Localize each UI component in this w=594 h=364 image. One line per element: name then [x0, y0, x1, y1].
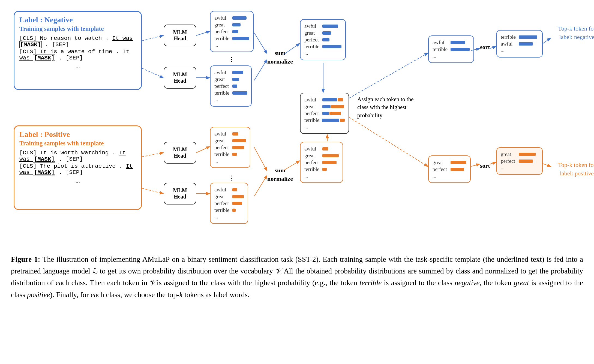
mlm-head-orange-top: MLMHead: [164, 142, 196, 164]
wordlist-blue-topk-pre: awful terrible ...: [428, 35, 474, 63]
mlm-head-orange-bottom: MLMHead: [164, 183, 196, 204]
positive-label-subtitle: Training samples with template: [19, 140, 136, 147]
wordlist-blue-summed: awful great perfect terrible ...: [300, 19, 346, 60]
svg-line-17: [349, 117, 428, 166]
sort-blue: sort: [480, 44, 490, 51]
mlm-head-blue-top: MLMHead: [164, 25, 196, 46]
svg-line-21: [490, 162, 496, 164]
positive-sample-1: [CLS] It is worth watching . It was [MAS…: [19, 150, 136, 162]
svg-line-1: [142, 68, 163, 78]
mlm-head-blue-bottom: MLMHead: [164, 67, 196, 89]
svg-line-7: [142, 153, 163, 157]
negative-label-subtitle: Training samples with template: [19, 25, 136, 32]
wordlist-combined: awful great perfect terrible ...: [300, 93, 349, 134]
topk-label-blue: Top-k token forlabel: negative: [551, 25, 594, 41]
positive-dots: ...: [19, 177, 136, 184]
svg-line-16: [349, 53, 428, 98]
svg-line-19: [490, 46, 496, 49]
wordlist-blue-1: awful great perfect terrible ...: [210, 11, 254, 52]
svg-line-5: [254, 60, 267, 80]
negative-label-box: Label : Negative Training samples with t…: [14, 11, 142, 90]
wordlist-orange-1: awful great perfect terrible ...: [210, 127, 250, 168]
svg-line-12: [254, 176, 267, 196]
wordlist-orange-2: awful great perfect terrible ...: [210, 183, 248, 224]
sum-norm-blue: sumnormalize: [267, 49, 293, 66]
assign-text: Assign each token to the class with the …: [357, 95, 417, 119]
svg-line-23: [543, 164, 550, 166]
positive-sample-2: [CLS] The plot is attractive . It was [M…: [19, 163, 136, 176]
svg-line-9: [196, 147, 209, 153]
negative-sample-2: [CLS] It is a waste of time . It was [MA…: [19, 49, 136, 61]
vdots-orange: ⋮: [229, 175, 235, 182]
negative-dots: ...: [19, 63, 136, 70]
figure-caption: Figure 1: The illustration of implementi…: [11, 254, 583, 301]
svg-line-22: [543, 38, 550, 44]
diagram-area: Label : Negative Training samples with t…: [11, 8, 583, 245]
negative-label-title: Label : Negative: [19, 16, 136, 24]
svg-line-2: [196, 31, 209, 35]
sum-norm-orange: sumnormalize: [267, 166, 293, 183]
wordlist-orange-topk-pre: great perfect ...: [428, 155, 471, 183]
result-box-orange: great perfect ...: [496, 147, 543, 175]
svg-line-4: [254, 33, 267, 53]
negative-sample-1: [CLS] No reason to watch . It was [MASK]…: [19, 35, 136, 48]
result-box-blue: terrible awful ...: [496, 30, 543, 58]
svg-line-11: [254, 147, 267, 170]
svg-line-20: [471, 164, 479, 166]
wordlist-orange-summed: awful great perfect terrible ...: [300, 142, 343, 183]
svg-line-8: [142, 188, 163, 194]
svg-line-0: [142, 35, 163, 41]
topk-label-orange: Top-k token forlabel: positive: [551, 161, 594, 178]
positive-label-box: Label : Positive Training samples with t…: [14, 125, 142, 210]
positive-label-title: Label : Positive: [19, 130, 136, 139]
wordlist-blue-2: awful great perfect terrible ...: [210, 65, 252, 107]
vdots-blue: ⋮: [229, 56, 235, 63]
sort-orange: sort: [480, 162, 490, 169]
